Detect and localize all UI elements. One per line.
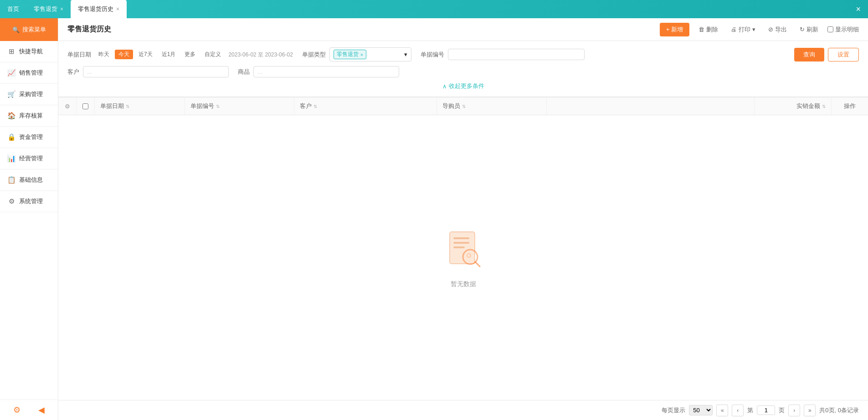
- sidebar-item-sales-label: 销售管理: [19, 69, 43, 77]
- date-btn-yesterday[interactable]: 昨天: [95, 50, 113, 59]
- sidebar-item-finance-label: 资金管理: [19, 133, 43, 141]
- customer-filter-label: 客户: [67, 68, 79, 76]
- page-suffix: 页: [779, 406, 785, 415]
- th-amount-sort-icon[interactable]: ⇅: [822, 104, 826, 109]
- collapse-button[interactable]: ∧ 收起更多条件: [442, 82, 484, 90]
- th-customer-label: 客户: [300, 102, 312, 110]
- per-page-select[interactable]: 50 10 20 100: [689, 405, 713, 415]
- quick-nav-icon: ⊞: [7, 47, 15, 56]
- th-customer-sort-icon[interactable]: ⇅: [313, 104, 317, 109]
- sidebar-item-basic-info[interactable]: 📋 基础信息: [0, 169, 58, 191]
- type-tag-close[interactable]: ×: [360, 52, 363, 57]
- date-btn-more[interactable]: 更多: [181, 50, 199, 59]
- page-label: 第: [747, 406, 753, 415]
- select-all-checkbox[interactable]: [82, 103, 88, 109]
- th-spacer: [547, 97, 755, 115]
- sidebar-bottom: ⚙ ◀: [0, 400, 58, 420]
- th-customer: 客户 ⇅: [294, 97, 437, 115]
- th-check[interactable]: [77, 97, 95, 115]
- delete-button[interactable]: 🗑 删除: [695, 24, 722, 36]
- settings-button[interactable]: 设置: [828, 48, 859, 61]
- export-button[interactable]: ⊘ 导出: [765, 24, 791, 36]
- page-header: 零售退货历史 + 新增 🗑 删除 🖨 打印 ▾ ⊘ 导出 ↻: [58, 18, 868, 41]
- basic-info-icon: 📋: [7, 176, 15, 184]
- collapse-sidebar-icon[interactable]: ◀: [38, 405, 45, 415]
- customer-filter-select[interactable]: ...: [83, 66, 229, 77]
- goods-filter-select[interactable]: ...: [253, 66, 399, 77]
- display-toggle[interactable]: 显示明细: [827, 26, 859, 34]
- sidebar-item-finance[interactable]: 🔒 资金管理: [0, 127, 58, 148]
- sidebar-item-purchase[interactable]: 🛒 采购管理: [0, 84, 58, 105]
- tab-retail-return-label: 零售退货: [34, 5, 57, 13]
- sidebar-item-system[interactable]: ⚙ 系统管理: [0, 191, 58, 212]
- sidebar-item-operation[interactable]: 📊 经营管理: [0, 148, 58, 169]
- print-button[interactable]: 🖨 打印 ▾: [727, 24, 759, 36]
- refresh-button[interactable]: ↻ 刷新: [796, 24, 822, 36]
- last-page-button[interactable]: »: [804, 405, 816, 416]
- display-label: 显示明细: [835, 26, 859, 34]
- inventory-icon: 🏠: [7, 112, 15, 120]
- docno-filter-input[interactable]: [448, 49, 585, 60]
- tab-retail-return-history-label: 零售退货历史: [78, 5, 113, 13]
- docno-filter-group: 单据编号: [421, 49, 585, 60]
- main-content: 零售退货历史 + 新增 🗑 删除 🖨 打印 ▾ ⊘ 导出 ↻: [58, 18, 868, 420]
- tab-retail-return[interactable]: 零售退货 ×: [26, 0, 71, 18]
- tab-retail-return-close[interactable]: ×: [60, 6, 63, 12]
- per-page-label: 每页显示: [662, 406, 685, 415]
- th-amount-label: 实销金额: [796, 102, 820, 110]
- type-dropdown-icon: ▾: [404, 51, 407, 58]
- table-settings-icon[interactable]: ⚙: [65, 103, 70, 110]
- goods-filter-label: 商品: [238, 68, 250, 76]
- date-btn-today[interactable]: 今天: [115, 50, 133, 59]
- sidebar-item-inventory[interactable]: 🏠 库存核算: [0, 105, 58, 127]
- query-button[interactable]: 查询: [794, 48, 824, 61]
- type-filter-select[interactable]: 零售退货 × ▾: [329, 47, 411, 61]
- sidebar-item-inventory-label: 库存核算: [19, 112, 43, 120]
- display-checkbox[interactable]: [827, 26, 833, 32]
- sidebar-search-label: 搜索菜单: [22, 26, 46, 34]
- date-btn-1month[interactable]: 近1月: [158, 50, 180, 59]
- sidebar-search[interactable]: 🔍 搜索菜单: [0, 18, 58, 41]
- prev-page-button[interactable]: ‹: [732, 405, 744, 416]
- sidebar-item-sales[interactable]: 📈 销售管理: [0, 62, 58, 84]
- add-button[interactable]: + 新增: [660, 23, 689, 36]
- print-label: 打印: [739, 26, 750, 34]
- print-icon: 🖨: [731, 26, 737, 33]
- th-guide-sort-icon[interactable]: ⇅: [462, 104, 466, 109]
- purchase-icon: 🛒: [7, 90, 15, 98]
- window-close-button[interactable]: ×: [848, 5, 868, 14]
- date-btn-7days[interactable]: 近7天: [135, 50, 156, 59]
- type-filter-group: 单据类型 零售退货 × ▾: [302, 47, 411, 61]
- date-btn-custom[interactable]: 自定义: [201, 50, 225, 59]
- type-tag: 零售退货 ×: [334, 50, 366, 59]
- th-action: 操作: [832, 97, 868, 115]
- th-date-sort-icon[interactable]: ⇅: [126, 104, 129, 109]
- sidebar-item-purchase-label: 采购管理: [19, 90, 43, 98]
- sidebar-item-quick-nav[interactable]: ⊞ 快捷导航: [0, 41, 58, 62]
- tab-retail-return-history-close[interactable]: ×: [116, 6, 119, 12]
- goods-filter-group: 商品 ...: [238, 66, 399, 77]
- th-no-label: 单据编号: [190, 102, 214, 110]
- page-input[interactable]: [757, 405, 775, 415]
- svg-rect-2: [453, 242, 469, 244]
- filter-row-2: 客户 ... 商品 ...: [67, 66, 859, 77]
- th-amount: 实销金额 ⇅: [755, 97, 832, 115]
- next-page-button[interactable]: ›: [788, 405, 800, 416]
- table-header: ⚙ 单据日期 ⇅ 单据编号 ⇅ 客户 ⇅ 导购员: [58, 97, 868, 115]
- th-no-sort-icon[interactable]: ⇅: [216, 104, 220, 109]
- date-buttons: 昨天 今天 近7天 近1月 更多 自定义: [95, 50, 225, 59]
- th-settings[interactable]: ⚙: [58, 97, 77, 115]
- print-dropdown-icon: ▾: [752, 26, 755, 33]
- empty-text: 暂无数据: [451, 280, 476, 288]
- empty-icon: [441, 227, 486, 273]
- action-buttons: 查询 设置: [794, 48, 859, 61]
- pagination: 每页显示 50 10 20 100 « ‹ 第 页 › » 共0页, 0条记录: [58, 400, 868, 420]
- sidebar-nav: ⊞ 快捷导航 📈 销售管理 🛒 采购管理 🏠 库存核算 🔒 资金管理 📊: [0, 41, 58, 400]
- sidebar-item-operation-label: 经营管理: [19, 154, 43, 163]
- top-bar: 首页 零售退货 × 零售退货历史 × ×: [0, 0, 868, 18]
- tab-home[interactable]: 首页: [0, 0, 26, 18]
- settings-bottom-icon[interactable]: ⚙: [13, 405, 21, 415]
- th-date: 单据日期 ⇅: [95, 97, 185, 115]
- first-page-button[interactable]: «: [716, 405, 728, 416]
- tab-retail-return-history[interactable]: 零售退货历史 ×: [71, 0, 127, 18]
